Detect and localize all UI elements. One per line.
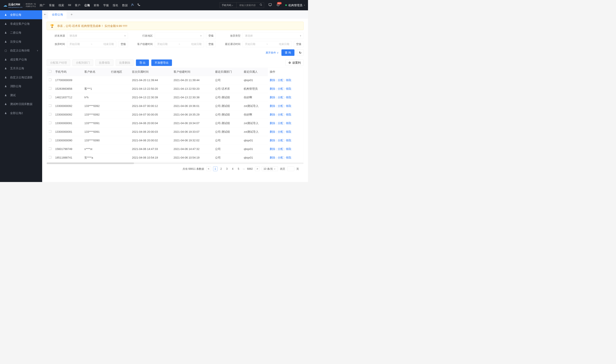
nav-item-9[interactable]: 数据 [122,3,128,8]
search-type-select[interactable]: 手机号码 ∨ [220,3,237,8]
null-create-time-button[interactable]: 空值 [206,41,216,47]
row-assign-link[interactable]: 分配 [278,156,283,159]
range-create-time[interactable]: 开始日期~结束日期 [155,41,204,47]
row-delete-link[interactable]: 删除 [270,96,275,99]
row-assign-link[interactable]: 分配 [278,96,283,99]
range-recent-call[interactable]: 开始日期~结束日期 [243,41,292,47]
nav-item-2[interactable]: 线索 [58,3,64,8]
row-delete-link[interactable]: 删除 [270,122,275,125]
h-scrollbar[interactable] [47,163,304,164]
null-recent-call-button[interactable]: 空值 [294,41,304,47]
null-abandon-time-button[interactable]: 空值 [118,41,128,47]
row-claim-link[interactable]: 领取 [286,139,291,142]
row-delete-link[interactable]: 删除 [270,87,275,90]
assign-dept-button[interactable]: 分配到部门 [73,60,93,66]
row-claim-link[interactable]: 领取 [286,104,291,108]
page-number[interactable]: 2 [219,167,223,171]
row-claim-link[interactable]: 领取 [286,96,291,99]
row-assign-link[interactable]: 分配 [278,130,283,133]
row-checkbox[interactable] [49,78,51,81]
search-input[interactable] [238,3,260,8]
page-last[interactable]: 6882 [247,167,253,171]
bulk-claim-button[interactable]: 批量领取 [95,60,113,66]
row-claim-link[interactable]: 领取 [286,113,291,116]
row-assign-link[interactable]: 分配 [278,122,283,125]
sidebar-item-11[interactable]: ♟全部公海2 [0,109,42,118]
page-number[interactable]: 4 [231,167,235,171]
sidebar-item-4[interactable]: ▢自定义公海分组∨ [0,46,42,55]
select-region[interactable]: ∨ [155,33,204,39]
tab-all-sea[interactable]: 全部公海 [48,10,67,18]
user-menu[interactable]: 机构管理员 ▾ [285,3,305,7]
row-checkbox[interactable] [49,147,51,150]
refresh-button[interactable]: ↻ [297,50,304,56]
row-assign-link[interactable]: 分配 [278,113,283,116]
row-delete-link[interactable]: 删除 [270,113,275,116]
row-assign-link[interactable]: 分配 [278,139,283,142]
sidebar-item-10[interactable]: ♟测试昨日回库数据 [0,100,42,109]
nav-item-8[interactable]: 报名 [112,3,119,8]
row-claim-link[interactable]: 领取 [286,147,291,151]
query-button[interactable]: 查 询 [281,50,295,56]
sidebar-item-9[interactable]: ♟测试 [0,91,42,100]
sidebar-item-7[interactable]: ♟自定义公海过滤器 [0,73,42,82]
page-number[interactable]: 1 [213,167,218,171]
export-button[interactable]: 导 出 [136,60,149,66]
page-number[interactable]: 3 [225,167,229,171]
row-assign-link[interactable]: 分配 [278,147,283,151]
bulk-delete-button[interactable]: 批量删除 [116,60,134,66]
monitor-icon[interactable] [269,3,272,8]
nav-item-5[interactable]: 公海 [84,3,90,8]
sidebar-item-8[interactable]: ♟消防公海 [0,82,42,91]
row-checkbox[interactable] [49,113,51,116]
null-region-button[interactable]: 空值 [206,33,216,39]
row-assign-link[interactable]: 分配 [278,104,283,108]
page-number[interactable]: 5 [236,167,241,171]
add-tab-button[interactable]: ＋ [67,12,76,17]
row-checkbox[interactable] [49,130,51,133]
row-assign-link[interactable]: 分配 [278,78,283,82]
row-delete-link[interactable]: 删除 [270,139,275,142]
row-delete-link[interactable]: 删除 [270,130,275,133]
row-delete-link[interactable]: 删除 [270,104,275,108]
nav-item-4[interactable]: 客户 [74,3,81,8]
range-abandon-time[interactable]: 开始日期~结束日期 [67,41,116,47]
row-checkbox[interactable] [49,87,51,90]
row-delete-link[interactable]: 删除 [270,156,275,159]
row-claim-link[interactable]: 领取 [286,130,291,133]
sidebar-item-3[interactable]: ♟注安公海 [0,37,42,46]
collapse-tabs-icon[interactable]: ⇤ [42,10,48,18]
nav-item-6[interactable]: 财务 [93,3,100,8]
jump-input[interactable] [287,167,294,171]
row-claim-link[interactable]: 领取 [286,122,291,125]
row-claim-link[interactable]: 领取 [286,78,291,82]
bell-icon[interactable]: 99+ [276,3,280,8]
sidebar-item-0[interactable]: ♟全部公海 [0,10,42,19]
row-delete-link[interactable]: 删除 [270,147,275,151]
row-checkbox[interactable] [49,139,51,141]
page-size-select[interactable]: 10 条/页∨ [262,167,278,171]
page-next-button[interactable]: > [255,167,260,171]
sidebar-item-5[interactable]: ♟成交客户公海 [0,55,42,64]
nav-item-3[interactable]: IM [67,3,71,8]
search-icon[interactable] [260,3,262,7]
nav-item-0[interactable]: 推广 [39,3,46,8]
assign-manager-button[interactable]: 分配客户经理 [47,60,70,66]
row-delete-link[interactable]: 删除 [270,78,275,82]
select-friend-source[interactable]: 请选择∨ [67,33,128,39]
select-all-checkbox[interactable] [49,70,51,73]
nav-item-7[interactable]: 学服 [103,3,109,8]
sidebar-item-1[interactable]: ♟非成交客户公海 [0,19,42,28]
sidebar-item-6[interactable]: ♟五月天公海 [0,64,42,73]
row-checkbox[interactable] [49,104,51,107]
row-checkbox[interactable] [49,96,51,98]
row-claim-link[interactable]: 领取 [286,87,291,90]
phone-icon[interactable] [137,3,140,7]
row-assign-link[interactable]: 分配 [278,87,283,90]
add-user-icon[interactable] [131,3,134,7]
set-columns-button[interactable]: ⚙ 设置列 [286,60,304,66]
export-plain-button[interactable]: 不加密导出 [151,60,172,66]
expand-filters-link[interactable]: 展开条件 ∨ [266,51,279,54]
row-claim-link[interactable]: 领取 [286,156,291,159]
row-checkbox[interactable] [49,122,51,124]
